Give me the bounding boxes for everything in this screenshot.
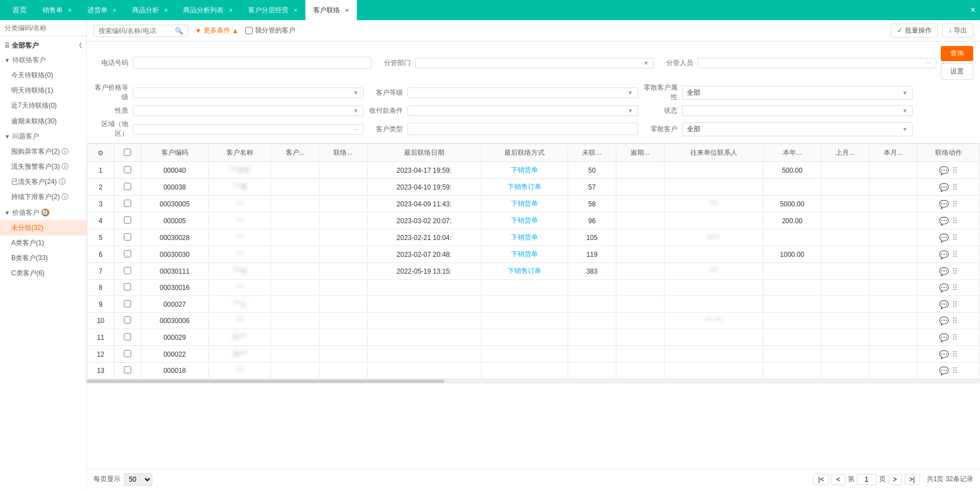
row-last-method-link[interactable]: 下销货单: [511, 166, 538, 174]
score-item-ungroup[interactable]: 未分组(32): [0, 220, 86, 236]
row-last-method-link[interactable]: 下销货单: [511, 233, 538, 241]
nav-customer-segment[interactable]: 客户分层经营 ×: [240, 0, 305, 20]
chat-icon[interactable]: 💬: [939, 216, 949, 225]
chat-icon[interactable]: 💬: [939, 333, 949, 342]
my-customers-checkbox[interactable]: [245, 27, 253, 34]
pending-item-today[interactable]: 今天待联络(0): [0, 68, 86, 83]
chat-icon[interactable]: 💬: [939, 316, 949, 325]
chat-icon[interactable]: 💬: [939, 166, 949, 175]
pending-item-7days[interactable]: 近7天待联络(0): [0, 98, 86, 113]
row-action[interactable]: 💬⠿: [917, 196, 980, 213]
problem-item-abnormal[interactable]: 囤购异常客户(2) ⓘ: [0, 144, 86, 159]
filter-nature-select[interactable]: ▼: [133, 105, 364, 116]
row-last-method[interactable]: 下销售订单: [481, 179, 568, 196]
row-action[interactable]: 💬⠿: [917, 179, 980, 196]
nav-customer-contact[interactable]: 客户联络 ×: [305, 0, 357, 20]
nav-home[interactable]: 首页: [4, 0, 35, 20]
row-checkbox-cell[interactable]: [114, 313, 141, 329]
row-last-method-link[interactable]: 下销货单: [511, 200, 538, 207]
settings-icon[interactable]: ⚙: [97, 149, 104, 157]
row-checkbox-cell[interactable]: [114, 296, 141, 313]
row-last-method-link[interactable]: 下销货单: [511, 216, 538, 224]
chat-icon[interactable]: 💬: [939, 183, 949, 192]
row-action[interactable]: 💬⠿: [917, 229, 980, 246]
row-action[interactable]: 💬⠿: [917, 213, 980, 229]
more-icon[interactable]: ⠿: [952, 300, 958, 309]
last-page-btn[interactable]: >|: [904, 474, 920, 485]
more-icon[interactable]: ⠿: [952, 216, 958, 225]
close-all-icon[interactable]: ×: [970, 5, 976, 15]
filter-scatter-cust-select[interactable]: 全部▼: [682, 122, 913, 136]
row-last-method[interactable]: 下销货单: [481, 246, 568, 263]
row-last-method-link[interactable]: 下销售订单: [508, 183, 541, 191]
more-conditions-btn[interactable]: ▼ 更多条件 ▲: [195, 26, 239, 35]
more-icon[interactable]: ⠿: [952, 316, 958, 325]
filter-phone-input[interactable]: [133, 57, 371, 69]
row-checkbox-cell[interactable]: [114, 229, 141, 246]
row-action[interactable]: 💬⠿: [917, 313, 980, 329]
first-page-btn[interactable]: |<: [813, 474, 829, 485]
chat-icon[interactable]: 💬: [939, 350, 949, 359]
row-checkbox-cell[interactable]: [114, 363, 141, 379]
per-page-select[interactable]: 50 100 200: [124, 473, 152, 486]
select-all-checkbox[interactable]: [124, 149, 131, 156]
all-customers-header[interactable]: ⠿ 全部客户 《: [0, 36, 86, 53]
nav-product-analysis-list[interactable]: 商品分析列表 ×: [175, 0, 240, 20]
row-checkbox[interactable]: [124, 283, 131, 290]
row-checkbox[interactable]: [124, 333, 131, 340]
problem-item-lost[interactable]: 已流失客户(24) ⓘ: [0, 174, 86, 190]
row-last-method[interactable]: 下销货单: [481, 229, 568, 246]
row-last-method[interactable]: 下销货单: [481, 196, 568, 213]
row-action[interactable]: 💬⠿: [917, 296, 980, 313]
pending-group-title[interactable]: ▼ 待联络客户: [0, 53, 86, 68]
score-item-c[interactable]: C类客户(6): [0, 266, 86, 281]
row-checkbox-cell[interactable]: [114, 162, 141, 179]
row-action[interactable]: 💬⠿: [917, 280, 980, 296]
row-checkbox[interactable]: [124, 250, 131, 257]
filter-status-select[interactable]: ▼: [682, 105, 913, 116]
filter-price-level-select[interactable]: ▼: [133, 87, 364, 98]
score-item-b[interactable]: B类客户(33): [0, 251, 86, 266]
batch-ops-btn[interactable]: ✓ 批量操作: [891, 24, 937, 38]
row-checkbox[interactable]: [124, 267, 131, 274]
row-checkbox[interactable]: [124, 366, 131, 373]
page-number-input[interactable]: [857, 474, 877, 485]
reset-btn[interactable]: 设置: [941, 63, 973, 80]
row-checkbox-cell[interactable]: [114, 246, 141, 263]
sidebar-search-input[interactable]: [4, 24, 87, 32]
filter-cust-type-input[interactable]: [407, 123, 638, 135]
prev-page-btn[interactable]: <: [831, 474, 845, 485]
chat-icon[interactable]: 💬: [939, 233, 949, 242]
pending-item-overdue[interactable]: 逾期未联络(30): [0, 114, 86, 129]
filter-cust-level-select[interactable]: ▼: [407, 87, 638, 98]
col-settings[interactable]: ⚙: [87, 144, 114, 162]
more-icon[interactable]: ⠿: [952, 366, 958, 375]
chat-icon[interactable]: 💬: [939, 283, 949, 292]
row-action[interactable]: 💬⠿: [917, 346, 980, 363]
filter-search-input[interactable]: [99, 27, 171, 35]
row-last-method[interactable]: 下销售订单: [481, 263, 568, 280]
more-icon[interactable]: ⠿: [952, 183, 958, 192]
more-icon[interactable]: ⠿: [952, 200, 958, 209]
chat-icon[interactable]: 💬: [939, 267, 949, 276]
problem-item-declining[interactable]: 持续下滑客户(2) ⓘ: [0, 190, 86, 205]
row-checkbox-cell[interactable]: [114, 329, 141, 346]
more-icon[interactable]: ⠿: [952, 233, 958, 242]
row-checkbox[interactable]: [124, 166, 131, 173]
row-checkbox-cell[interactable]: [114, 179, 141, 196]
my-customers-check[interactable]: 我分管的客户: [245, 26, 295, 35]
row-checkbox-cell[interactable]: [114, 196, 141, 213]
row-checkbox-cell[interactable]: [114, 213, 141, 229]
chat-icon[interactable]: 💬: [939, 200, 949, 209]
row-action[interactable]: 💬⠿: [917, 246, 980, 263]
next-page-btn[interactable]: >: [888, 474, 902, 485]
filter-scatter-attr-select[interactable]: 全部▼: [682, 86, 913, 100]
chat-icon[interactable]: 💬: [939, 366, 949, 375]
nav-product-analysis[interactable]: 商品分析 ×: [124, 0, 176, 20]
row-last-method[interactable]: 下销货单: [481, 162, 568, 179]
filter-dept-select[interactable]: ▼: [415, 58, 654, 68]
more-icon[interactable]: ⠿: [952, 283, 958, 292]
chat-icon[interactable]: 💬: [939, 300, 949, 309]
score-item-a[interactable]: A类客户(1): [0, 236, 86, 251]
score-group-title[interactable]: ▼ 价值客户 🔄: [0, 205, 86, 220]
